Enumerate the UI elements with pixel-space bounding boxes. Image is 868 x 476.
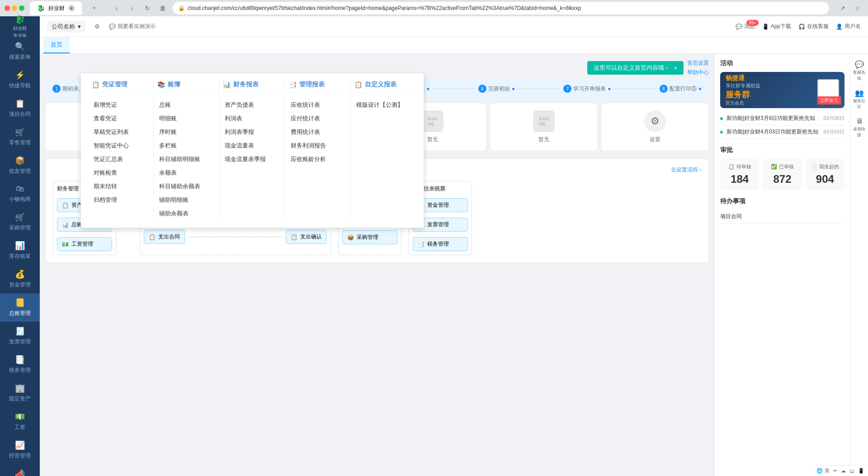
menu-item-receivable-stat[interactable]: 应收统计表 <box>289 98 347 112</box>
headset-icon: 🎧 <box>798 24 805 30</box>
app-download-label: App下载 <box>771 23 791 30</box>
taskbar-edit[interactable]: ✏ <box>833 467 837 474</box>
star-button[interactable]: ☆ <box>851 2 863 14</box>
menu-item-multi-col-ledger[interactable]: 多栏账 <box>157 139 215 152</box>
menu-item-finance-profit[interactable]: 财务利润报告 <box>289 139 347 152</box>
menu-item-aux-balance[interactable]: 科目辅助余额表 <box>157 180 215 193</box>
menu-item-draft-voucher[interactable]: 草稿凭证列表 <box>92 125 150 139</box>
sidebar-item-project[interactable]: 📋 项目合同 <box>0 94 40 123</box>
invoice-icon: 🧾 <box>15 326 25 336</box>
home-settings-link[interactable]: 首页设置 <box>687 59 709 67</box>
menu-col-financial-report-header: 📊 财务报表 <box>223 81 281 93</box>
files-icon: 🗂 <box>849 468 854 474</box>
menu-item-template-design[interactable]: 模版设计【公测】 <box>354 98 413 112</box>
sidebar-label-tax: 税务管理 <box>9 367 31 374</box>
logo-text: 好业财 <box>13 25 27 32</box>
menu-col-voucher: 📋 凭证管理 新增凭证 查看凭证 草稿凭证列表 智能凭证中心 凭证汇总表 对账检… <box>88 81 154 220</box>
menu-item-view-voucher[interactable]: 查看凭证 <box>92 112 150 125</box>
sidebar-item-purchase[interactable]: 🛒 采购管理 <box>0 208 40 236</box>
menu-item-cashflow[interactable]: 现金流量表 <box>223 139 281 152</box>
assets-icon: 🏢 <box>15 383 25 393</box>
menu-item-archive[interactable]: 归档管理 <box>92 193 150 207</box>
sidebar-item-marketing[interactable]: 📣 小畅营销 <box>0 464 40 476</box>
sidebar-item-payroll[interactable]: 💵 工资 <box>0 407 40 436</box>
sidebar-item-assets[interactable]: 🏢 固定资产 <box>0 379 40 407</box>
accounting-dropdown-menu: 📋 凭证管理 新增凭证 查看凭证 草稿凭证列表 智能凭证中心 凭证汇总表 对账检… <box>80 73 424 228</box>
app-download-button[interactable]: 📱 App下载 <box>762 23 791 30</box>
message-icon: 💬 <box>736 24 742 30</box>
download-icon: 📱 <box>762 24 769 30</box>
taskbar-lang[interactable]: 🌐 英 <box>816 467 830 474</box>
sidebar-label-shortcut: 快捷导航 <box>9 82 31 90</box>
menu-item-expense-stat[interactable]: 费用统计表 <box>289 125 347 139</box>
menu-item-aging-analysis[interactable]: 应收账龄分析 <box>289 152 347 166</box>
menu-item-profit-report[interactable]: 利润表 <box>223 112 281 125</box>
sidebar-item-finance[interactable]: 💰 资金管理 <box>0 265 40 293</box>
menu-item-cashflow-quarterly[interactable]: 现金流量表季报 <box>223 152 281 166</box>
sidebar-item-retail[interactable]: 🛒 零售管理 <box>0 123 40 151</box>
sidebar-item-search[interactable]: 🔍 搜索菜单 <box>0 37 40 66</box>
marketing-icon: 📣 <box>15 469 25 476</box>
inventory-icon: 📊 <box>15 241 25 251</box>
ecommerce-icon: 🛍 <box>16 184 24 194</box>
browser-tab[interactable]: 🐉 好业财 × <box>30 1 82 15</box>
menu-item-aux-detail[interactable]: 科目辅助明细账 <box>157 152 215 166</box>
sidebar-item-inventory[interactable]: 📊 库存核算 <box>0 236 40 265</box>
menu-item-general-ledger[interactable]: 总账 <box>157 98 215 112</box>
forward-button[interactable]: › <box>126 2 138 14</box>
chevron-down-icon: ▾ <box>78 23 81 30</box>
sidebar-item-accounting[interactable]: 📒 总账管理 <box>0 293 40 322</box>
menu-item-balance-sheet[interactable]: 余额表 <box>157 166 215 180</box>
sidebar-item-shortcut[interactable]: ⚡ 快捷导航 <box>0 66 40 94</box>
sidebar-item-tax[interactable]: 📑 税务管理 <box>0 350 40 379</box>
back-button[interactable]: ‹ <box>110 2 123 14</box>
sidebar-item-wholesale[interactable]: 📦 批发管理 <box>0 151 40 180</box>
taskbar-files[interactable]: 🗂 <box>849 467 854 474</box>
menu-item-profit-quarterly[interactable]: 利润表季报 <box>223 125 281 139</box>
header-settings-button[interactable]: ⚙ <box>91 20 104 33</box>
tab-title: 好业财 <box>48 5 65 12</box>
menu-item-aux-balance2[interactable]: 辅助余额表 <box>157 207 215 220</box>
menu-item-voucher-summary[interactable]: 凭证汇总表 <box>92 152 150 166</box>
menu-item-seq-ledger[interactable]: 序时账 <box>157 125 215 139</box>
mobile-icon: 📱 <box>858 468 864 474</box>
taskbar-cloud[interactable]: ☁ <box>841 467 846 474</box>
home-button[interactable]: 🗑 <box>156 2 169 14</box>
sidebar-item-operation[interactable]: 📈 经营管理 <box>0 436 40 464</box>
nav-tabs-area: 首页 <box>40 37 868 54</box>
bookmark-button[interactable]: ↗ <box>836 2 849 14</box>
tab-close-button[interactable]: × <box>68 5 75 11</box>
new-tab-button[interactable]: + <box>85 1 103 15</box>
menu-item-smart-voucher[interactable]: 智能凭证中心 <box>92 139 150 152</box>
menu-item-add-voucher[interactable]: 新增凭证 <box>92 98 150 112</box>
sidebar-label-operation: 经营管理 <box>9 452 31 460</box>
user-avatar[interactable]: 👤 用户名 <box>836 23 861 30</box>
browser-controls: ‹ › ↻ 🗑 <box>110 2 169 14</box>
home-tab[interactable]: 首页 <box>43 37 70 53</box>
demo-link[interactable]: 💬 我要看实例演示 <box>109 23 156 30</box>
online-service-button[interactable]: 🎧 在线客服 <box>798 23 829 30</box>
refresh-button[interactable]: ↻ <box>141 2 154 14</box>
menu-item-period-close[interactable]: 期末结转 <box>92 180 150 193</box>
banner-close-button[interactable]: × <box>674 65 677 71</box>
company-selector[interactable]: 公司名称 ▾ <box>47 21 85 33</box>
page-content: 这里可以自定义首页内容哦～ × 首页设置 帮助中心 1 期初录入 <box>40 54 868 476</box>
user-name: 用户名 <box>844 23 861 30</box>
sidebar-item-invoice[interactable]: 🧾 发票管理 <box>0 322 40 350</box>
menu-item-reconcile[interactable]: 对账检查 <box>92 166 150 180</box>
menu-col-voucher-header: 📋 凭证管理 <box>92 81 150 93</box>
message-button[interactable]: 💬 消息 99+ <box>736 23 755 30</box>
menu-item-payable-stat[interactable]: 应付统计表 <box>289 112 347 125</box>
financial-report-col-title: 财务报表 <box>233 81 259 89</box>
retail-icon: 🛒 <box>15 127 25 137</box>
sidebar-item-ecommerce[interactable]: 🛍 小畅电商 <box>0 180 40 208</box>
menu-item-aux-detail2[interactable]: 辅助明细账 <box>157 193 215 207</box>
address-bar[interactable]: 🔒 cloud.chanjet.com/cc/u6d89qwnryel/57bf… <box>173 2 829 14</box>
menu-item-detail-ledger[interactable]: 明细账 <box>157 112 215 125</box>
sidebar-label-search: 搜索菜单 <box>9 53 31 61</box>
taskbar-mobile[interactable]: 📱 <box>858 467 864 474</box>
header-right: 💬 消息 99+ 📱 App下载 🎧 在线客服 👤 用户名 <box>736 23 868 30</box>
menu-item-balance-report[interactable]: 资产负债表 <box>223 98 281 112</box>
online-service-label: 在线客服 <box>807 23 829 30</box>
lang-label: 英 <box>825 467 830 474</box>
